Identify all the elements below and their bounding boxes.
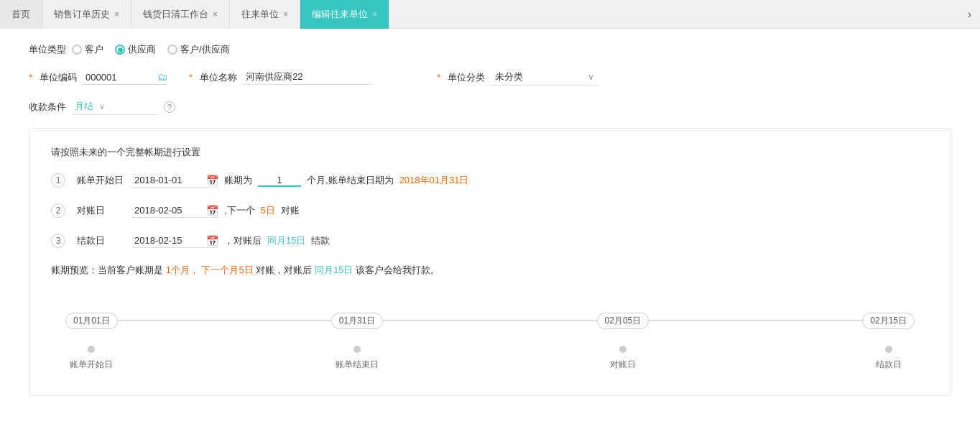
timeline-label-2: 对账日 [610, 359, 636, 371]
unit-name-input[interactable] [243, 70, 372, 85]
step-2-highlight: 5日 [261, 204, 275, 217]
payment-condition-field: 收款条件 月结 ∨ ? [29, 98, 175, 115]
step-3-num: 3 [51, 234, 65, 248]
preview-text: 账期预览：当前客户账期是 1个月， 下一个月5日 对账，对账后 同月15日 该客… [51, 264, 929, 291]
unit-name-field: * 单位名称 [189, 70, 372, 85]
unit-type-label: 单位类型 [29, 43, 66, 56]
unit-name-required: * [189, 72, 193, 83]
step-3-row: 3 结款日 📅 ，对账后 同月15日 结款 [51, 234, 929, 248]
payment-condition-help-icon[interactable]: ? [164, 101, 175, 113]
radio-supplier-label: 供应商 [128, 43, 156, 56]
timeline-badge-3: 02月15日 [862, 313, 915, 329]
timeline-container: 01月01日 账单开始日 01月31日 账单结束日 02月05日 对账日 02月… [51, 305, 929, 378]
settings-panel: 请按照未来的一个完整帐期进行设置 1 账单开始日 📅 账期为 个月,账单结束日期… [29, 128, 951, 396]
unit-code-input-group: 🗂 [83, 70, 167, 85]
step-1-date-input[interactable] [131, 173, 203, 187]
timeline-point-2: 02月05日 对账日 [597, 313, 650, 371]
step-2-suffix-part1: ,下一个 [224, 204, 255, 217]
step-1-input-group: 📅 账期为 个月,账单结束日期为 2018年01月31日 [131, 173, 468, 188]
tab-edit-partner-close[interactable]: × [372, 10, 377, 19]
step-1-label: 账单开始日 [77, 174, 120, 187]
step-3-highlight: 同月15日 [267, 234, 305, 247]
tab-partner-units-close[interactable]: × [283, 10, 288, 19]
preview-prefix: 账期预览：当前客户账期是 [51, 264, 163, 275]
timeline-dot-3 [885, 346, 892, 353]
unit-code-input[interactable] [83, 70, 154, 84]
unit-info-row: * 单位编码 🗂 * 单位名称 * 单位分类 未分类 ∨ [29, 69, 951, 86]
step-3-date-group: 📅 [131, 234, 218, 248]
tab-more-button[interactable]: › [959, 8, 980, 21]
step-3-date-input[interactable] [131, 234, 203, 247]
unit-name-label: 单位名称 [200, 71, 237, 84]
payment-condition-value: 月结 [72, 98, 96, 114]
unit-code-picker-icon[interactable]: 🗂 [157, 71, 167, 83]
step-1-end-date: 2018年01月31日 [399, 174, 469, 187]
payment-condition-dropdown[interactable]: 月结 ∨ [72, 98, 158, 115]
unit-code-field: * 单位编码 🗂 [29, 70, 167, 85]
tab-bar: 首页 销售订单历史 × 钱货日清工作台 × 往来单位 × 编辑往来单位 × › [0, 0, 980, 29]
step-1-row: 1 账单开始日 📅 账期为 个月,账单结束日期为 2018年01月31日 [51, 173, 929, 188]
timeline-point-3: 02月15日 结款日 [862, 313, 915, 371]
step-3-label: 结款日 [77, 234, 120, 247]
timeline-point-1: 01月31日 账单结束日 [331, 313, 384, 371]
radio-supplier[interactable]: 供应商 [115, 43, 156, 56]
payment-condition-row: 收款条件 月结 ∨ ? [29, 98, 951, 115]
timeline-label-0: 账单开始日 [70, 359, 113, 371]
timeline-badge-0: 01月01日 [65, 313, 118, 329]
radio-customer[interactable]: 客户 [72, 43, 103, 56]
timeline-badge-2: 02月05日 [597, 313, 650, 329]
unit-type-field: 单位类型 客户 供应商 客户/供应商 [29, 43, 230, 56]
unit-type-row: 单位类型 客户 供应商 客户/供应商 [29, 43, 951, 56]
step-1-calendar-icon[interactable]: 📅 [206, 175, 218, 186]
step-2-date-group: 📅 [131, 203, 218, 218]
timeline-point-0: 01月01日 账单开始日 [65, 313, 118, 371]
radio-both-circle [167, 45, 177, 55]
step-1-period-suffix: 个月,账单结束日期为 [307, 174, 394, 187]
step-1-period-input[interactable] [258, 175, 301, 187]
preview-part3: 同月15日 [315, 264, 353, 275]
unit-category-arrow-icon: ∨ [588, 72, 594, 82]
step-2-suffix-part2: 对账 [281, 204, 300, 217]
step-1-date-group: 📅 [131, 173, 218, 188]
step-2-row: 2 对账日 📅 ,下一个 5日 对账 [51, 203, 929, 218]
step-2-input-group: 📅 ,下一个 5日 对账 [131, 203, 300, 218]
step-1-period-prefix: 账期为 [224, 174, 252, 187]
step-3-suffix-part1: ，对账后 [224, 234, 262, 247]
step-2-label: 对账日 [77, 204, 120, 217]
tab-sales-history-close[interactable]: × [114, 10, 119, 19]
preview-suffix: 该客户会给我打款。 [356, 264, 440, 275]
tab-home[interactable]: 首页 [0, 0, 42, 29]
timeline-label-1: 账单结束日 [336, 359, 379, 371]
unit-category-field: * 单位分类 未分类 ∨ [437, 69, 598, 86]
unit-code-required: * [29, 72, 32, 83]
timeline-dot-1 [353, 346, 361, 353]
step-2-date-input[interactable] [131, 203, 203, 217]
step-3-suffix-part2: 结款 [311, 234, 330, 247]
timeline-dot-0 [88, 346, 95, 353]
radio-both-label: 客户/供应商 [180, 43, 230, 56]
timeline-label-3: 结款日 [876, 359, 902, 371]
main-content: 单位类型 客户 供应商 客户/供应商 * 单位编码 [0, 29, 980, 437]
unit-category-label: 单位分类 [448, 71, 485, 84]
tab-cash-workbench-close[interactable]: × [213, 10, 218, 19]
step-3-calendar-icon[interactable]: 📅 [206, 235, 218, 247]
radio-customer-circle [72, 45, 82, 55]
tab-partner-units[interactable]: 往来单位 × [230, 0, 300, 29]
tab-cash-workbench[interactable]: 钱货日清工作台 × [131, 0, 230, 29]
preview-part1: 1个月， [166, 264, 199, 275]
unit-code-label: 单位编码 [40, 71, 77, 84]
unit-type-radio-group: 客户 供应商 客户/供应商 [72, 43, 230, 56]
step-3-input-group: 📅 ，对账后 同月15日 结款 [131, 234, 330, 248]
tab-edit-partner[interactable]: 编辑往来单位 × [300, 0, 389, 29]
timeline-points: 01月01日 账单开始日 01月31日 账单结束日 02月05日 对账日 02月… [65, 313, 915, 371]
tab-sales-history[interactable]: 销售订单历史 × [42, 0, 131, 29]
panel-title: 请按照未来的一个完整帐期进行设置 [51, 146, 929, 159]
step-2-num: 2 [51, 203, 65, 218]
unit-category-dropdown[interactable]: 未分类 ∨ [491, 69, 598, 86]
step-2-calendar-icon[interactable]: 📅 [206, 205, 218, 216]
radio-both[interactable]: 客户/供应商 [167, 43, 230, 56]
preview-part2: 下一个月5日 [201, 264, 253, 275]
preview-middle: 对账，对账后 [256, 264, 312, 275]
radio-supplier-circle [115, 45, 125, 55]
timeline-badge-1: 01月31日 [331, 313, 384, 329]
